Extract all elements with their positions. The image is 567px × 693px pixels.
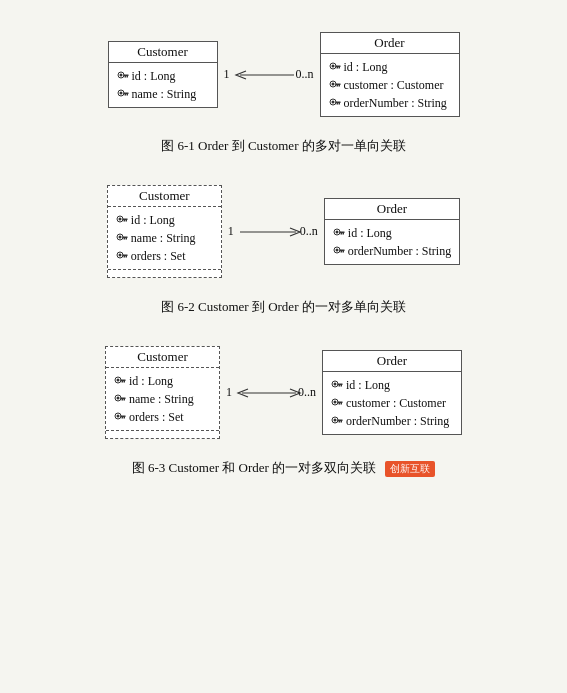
customer-title-2: Customer	[108, 186, 221, 207]
svg-rect-38	[122, 254, 127, 256]
customer-body-2: id : Long name : String	[108, 207, 221, 269]
svg-rect-8	[126, 94, 128, 96]
dashed-footer	[106, 430, 219, 438]
customer-box-2: Customer id : Long	[107, 185, 222, 278]
key-icon	[329, 79, 342, 92]
connector-3: 1 0..n	[220, 383, 322, 403]
field-text: orders : Set	[131, 247, 186, 265]
svg-rect-9	[124, 94, 126, 96]
svg-point-22	[331, 100, 334, 103]
order-title-3: Order	[323, 351, 461, 372]
svg-rect-40	[123, 256, 125, 258]
key-icon	[117, 88, 130, 101]
svg-rect-23	[335, 101, 340, 103]
dashed-footer	[108, 269, 221, 277]
svg-rect-50	[342, 251, 344, 253]
order-box-2: Order id : Long	[324, 198, 460, 265]
svg-rect-51	[340, 251, 342, 253]
svg-rect-39	[125, 256, 127, 258]
svg-point-6	[119, 91, 122, 94]
svg-rect-77	[339, 403, 341, 405]
svg-rect-7	[123, 92, 128, 94]
field-text: customer : Customer	[346, 394, 446, 412]
svg-rect-71	[341, 385, 343, 387]
order-body-2: id : Long orderNumber : String	[325, 220, 459, 264]
key-icon	[116, 232, 129, 245]
caption-2: 图 6-2 Customer 到 Order 的一对多单向关联	[20, 298, 547, 316]
svg-rect-54	[121, 379, 126, 381]
connector-right-label: 0..n	[296, 67, 314, 82]
svg-point-17	[331, 82, 334, 85]
svg-rect-14	[338, 67, 340, 69]
connector-left-label: 1	[226, 385, 232, 400]
svg-point-27	[118, 217, 121, 220]
diagram-area-1: Customer id : Long	[20, 20, 547, 129]
svg-rect-30	[123, 220, 125, 222]
field-row: orderNumber : String	[333, 242, 451, 260]
svg-rect-75	[338, 401, 343, 403]
field-row: customer : Customer	[329, 76, 451, 94]
customer-body-1: id : Long name : String	[109, 63, 217, 107]
svg-rect-61	[122, 399, 124, 401]
svg-rect-59	[121, 397, 126, 399]
key-icon	[331, 379, 344, 392]
key-icon	[329, 97, 342, 110]
connector-2: 1 0..n	[222, 222, 324, 242]
svg-rect-18	[335, 83, 340, 85]
field-row: name : String	[117, 85, 209, 103]
svg-rect-64	[121, 415, 126, 417]
svg-rect-56	[122, 381, 124, 383]
svg-rect-4	[124, 76, 126, 78]
field-row: name : String	[114, 390, 211, 408]
svg-point-63	[117, 414, 120, 417]
field-text: id : Long	[346, 376, 390, 394]
svg-point-43	[335, 230, 338, 233]
svg-rect-2	[123, 74, 128, 76]
field-row: id : Long	[114, 372, 211, 390]
svg-rect-82	[339, 421, 341, 423]
svg-rect-19	[338, 85, 340, 87]
field-row: orders : Set	[116, 247, 213, 265]
key-icon	[114, 375, 127, 388]
watermark-badge: 创新互联	[385, 461, 435, 477]
field-text: orderNumber : String	[348, 242, 451, 260]
svg-point-37	[118, 253, 121, 256]
customer-box-3: Customer id : Long	[105, 346, 220, 439]
key-icon	[333, 227, 346, 240]
field-row: name : String	[116, 229, 213, 247]
field-row: id : Long	[331, 376, 453, 394]
field-text: id : Long	[131, 211, 175, 229]
field-row: id : Long	[329, 58, 451, 76]
field-row: orders : Set	[114, 408, 211, 426]
svg-point-1	[119, 73, 122, 76]
diagram-section-2: Customer id : Long	[20, 173, 547, 316]
svg-rect-70	[338, 383, 343, 385]
key-icon	[117, 70, 130, 83]
connector-inner-2: 1 0..n	[228, 222, 318, 242]
svg-rect-49	[339, 249, 344, 251]
svg-rect-72	[339, 385, 341, 387]
svg-rect-60	[124, 399, 126, 401]
key-icon	[114, 393, 127, 406]
order-title-1: Order	[321, 33, 459, 54]
connector-right-label: 0..n	[298, 385, 316, 400]
field-text: id : Long	[348, 224, 392, 242]
key-icon	[116, 250, 129, 263]
svg-rect-15	[336, 67, 338, 69]
svg-rect-76	[341, 403, 343, 405]
svg-rect-66	[122, 417, 124, 419]
svg-rect-80	[338, 419, 343, 421]
connector-1: 1 0..n	[218, 65, 320, 85]
key-icon	[333, 245, 346, 258]
key-icon	[114, 411, 127, 424]
field-row: orderNumber : String	[331, 412, 453, 430]
svg-rect-34	[125, 238, 127, 240]
field-text: orders : Set	[129, 408, 184, 426]
svg-rect-46	[340, 233, 342, 235]
connector-left-label: 1	[224, 67, 230, 82]
field-row: id : Long	[117, 67, 209, 85]
svg-point-58	[117, 396, 120, 399]
key-icon	[329, 61, 342, 74]
field-text: id : Long	[129, 372, 173, 390]
field-row: orderNumber : String	[329, 94, 451, 112]
